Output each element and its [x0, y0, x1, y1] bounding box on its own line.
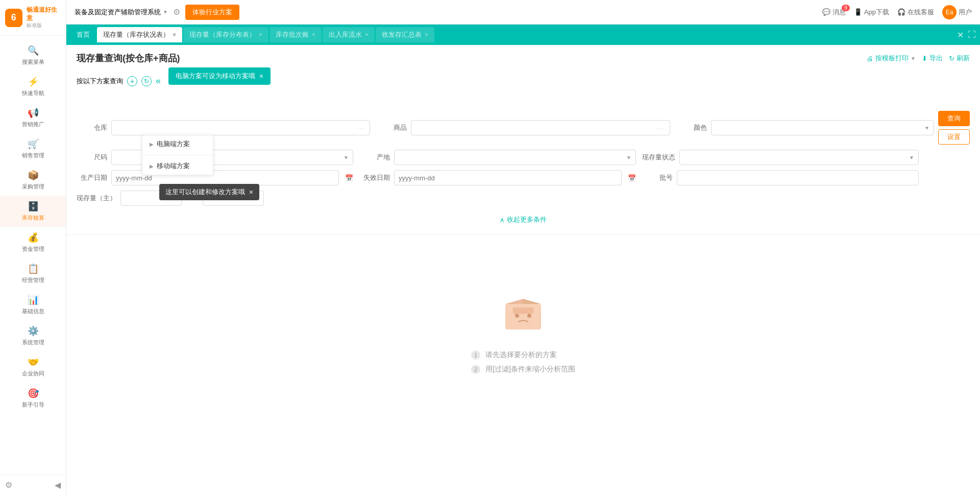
- tab-close-icon[interactable]: ×: [365, 31, 369, 38]
- header-settings-btn[interactable]: ⚙: [173, 7, 180, 17]
- filter-refresh-btn[interactable]: ↻: [141, 76, 152, 86]
- tab-close-icon[interactable]: ×: [173, 31, 176, 38]
- sidebar-item-basic[interactable]: 📊 基础信息: [0, 289, 66, 320]
- refresh-btn[interactable]: ↻ 刷新: [949, 54, 970, 63]
- marketing-icon: 📢: [28, 107, 39, 119]
- sidebar-nav: 🔍 搜索菜单 ⚡ 快速导航 📢 营销推广 🛒 销售管理 📦 采购管理 🗄️: [0, 36, 66, 475]
- batch-label: 批号: [642, 173, 673, 182]
- mobile-scheme-item[interactable]: ▶ 移动端方案: [142, 157, 213, 175]
- close-all-tabs-btn[interactable]: ✕: [957, 30, 964, 40]
- sidebar-item-system[interactable]: ⚙️ 系统管理: [0, 320, 66, 351]
- sidebar-item-sales[interactable]: 🛒 销售管理: [0, 133, 66, 164]
- tooltip1-close-btn[interactable]: ×: [259, 72, 263, 80]
- service-btn[interactable]: 🎧 在线客服: [897, 8, 934, 17]
- filter-add-btn[interactable]: +: [127, 76, 137, 86]
- sidebar-item-purchase[interactable]: 📦 采购管理: [0, 164, 66, 196]
- origin-dropdown-icon: ▼: [626, 155, 631, 160]
- sidebar-item-marketing[interactable]: 📢 营销推广: [0, 102, 66, 133]
- tooltip2-close-btn[interactable]: ×: [249, 188, 253, 196]
- filter-header: 按以下方案查询 + ↻ « ▶ 电脑端方案 ▶: [77, 76, 970, 86]
- collapse-sidebar-btn[interactable]: ◀: [55, 480, 61, 490]
- pc-scheme-label: 电脑端方案: [157, 139, 190, 149]
- tab-bar: 首页 现存量（库存状况表） × 现存量（库存分布表） × 库存批次账 × 出入库…: [66, 25, 980, 45]
- tab-close-icon[interactable]: ×: [259, 31, 262, 38]
- message-icon: 💬: [822, 8, 830, 16]
- operations-icon: 📋: [28, 263, 39, 274]
- tab-inventory-status[interactable]: 现存量（库存状况表） ×: [97, 27, 182, 42]
- scheme-panel: ▶ 电脑端方案 ▶ 移动端方案: [142, 135, 213, 175]
- print-btn[interactable]: 🖨 按模板打印 ▼: [867, 54, 916, 63]
- empty-tip-1: 1 请先选择要分析的方案: [471, 347, 575, 362]
- size-dropdown-icon: ▼: [344, 155, 349, 160]
- filter-back-btn[interactable]: «: [156, 76, 161, 86]
- collapse-more-btn[interactable]: ∧ 收起更多条件: [77, 211, 970, 228]
- goods-select[interactable]: ···: [411, 120, 670, 135]
- purchase-icon: 📦: [28, 170, 39, 181]
- refresh-label: 刷新: [957, 54, 970, 63]
- quick-nav-icon: ⚡: [28, 76, 39, 87]
- user-label: 用户: [959, 8, 972, 17]
- tab-in-out-flow[interactable]: 出入库流水 ×: [323, 27, 375, 42]
- export-btn[interactable]: ⬇ 导出: [922, 54, 943, 63]
- header-left: 装备及固定资产辅助管理系统 ▼ ⚙ 体验行业方案: [75, 5, 239, 20]
- calendar-icon-expire[interactable]: 📅: [628, 174, 636, 182]
- tooltip1-text: 电脑方案可设为移动方案哦: [176, 72, 255, 81]
- tab-close-icon[interactable]: ×: [425, 31, 428, 38]
- color-dropdown-icon: ▼: [924, 125, 929, 131]
- system-title-dropdown[interactable]: 装备及固定资产辅助管理系统 ▼: [75, 8, 168, 17]
- search-btn[interactable]: 查询: [938, 111, 970, 126]
- tab-close-icon[interactable]: ×: [312, 31, 315, 38]
- filter-item-warehouse: 仓库 ···: [77, 120, 370, 135]
- app-download-btn[interactable]: 📱 App下载: [854, 8, 889, 17]
- tab-batch-account[interactable]: 库存批次账 ×: [270, 27, 322, 42]
- mobile-scheme-arrow: ▶: [150, 163, 154, 169]
- set-btn[interactable]: 设置: [938, 129, 970, 145]
- app-logo: 6 畅通道好生意 标准版: [0, 0, 66, 36]
- dropdown-arrow-icon: ▼: [163, 9, 168, 15]
- export-label: 导出: [929, 54, 943, 63]
- tab-inventory-dist[interactable]: 现存量（库存分布表） ×: [183, 27, 268, 42]
- prod-date-label: 生产日期: [77, 173, 107, 182]
- goods-more-dots[interactable]: ···: [657, 124, 666, 132]
- filter-item-prod-date: 生产日期 📅: [77, 170, 353, 185]
- tab-label: 现存量（库存分布表）: [189, 30, 256, 39]
- sidebar-item-quick-nav[interactable]: ⚡ 快速导航: [0, 71, 66, 102]
- mobile-scheme-label: 移动端方案: [157, 161, 190, 171]
- tab-bar-right: ✕ ⛶: [957, 30, 976, 40]
- expand-btn[interactable]: ⛶: [968, 30, 976, 39]
- sidebar-item-inventory[interactable]: 🗄️ 库存核算: [0, 196, 66, 227]
- sidebar-item-finance[interactable]: 💰 资金管理: [0, 227, 66, 258]
- tab-recv-summary[interactable]: 收发存汇总表 ×: [376, 27, 434, 42]
- pc-scheme-item[interactable]: ▶ 电脑端方案: [142, 135, 213, 153]
- message-btn[interactable]: 💬 消息 9: [822, 8, 846, 17]
- enterprise-icon: 🤝: [28, 357, 39, 368]
- settings-footer-btn[interactable]: ⚙: [5, 480, 12, 490]
- experience-btn[interactable]: 体验行业方案: [185, 5, 239, 20]
- warehouse-more-dots[interactable]: ···: [357, 124, 365, 132]
- basic-icon: 📊: [28, 294, 39, 305]
- print-icon: 🖨: [867, 55, 873, 62]
- page-header: 现存量查询(按仓库+商品) 🖨 按模板打印 ▼ ⬇ 导出 ↻: [66, 45, 980, 69]
- pc-scheme-arrow: ▶: [150, 142, 154, 147]
- batch-input[interactable]: [677, 170, 919, 185]
- sidebar-item-enterprise[interactable]: 🤝 企业协同: [0, 351, 66, 383]
- expire-date-input[interactable]: [394, 170, 622, 185]
- print-dropdown-icon: ▼: [911, 56, 916, 61]
- sidebar-item-label: 企业协同: [22, 370, 44, 378]
- warehouse-select[interactable]: ···: [111, 120, 370, 135]
- user-btn[interactable]: Ea 用户: [942, 5, 972, 19]
- origin-select[interactable]: ▼: [394, 150, 636, 165]
- sidebar-item-operations[interactable]: 📋 经营管理: [0, 258, 66, 289]
- sidebar-item-search[interactable]: 🔍 搜索菜单: [0, 40, 66, 71]
- tab-label: 库存批次账: [276, 30, 309, 39]
- sidebar-item-label: 采购管理: [22, 183, 44, 191]
- stock-status-select[interactable]: ▼: [679, 150, 919, 165]
- calendar-icon-prod[interactable]: 📅: [345, 174, 353, 182]
- tab-home[interactable]: 首页: [70, 27, 96, 42]
- color-select[interactable]: ▼: [711, 120, 934, 135]
- sidebar-item-guide[interactable]: 🎯 新手引导: [0, 383, 66, 414]
- expire-date-label: 失效日期: [359, 173, 390, 182]
- goods-label: 商品: [376, 123, 407, 132]
- service-icon: 🎧: [897, 8, 905, 16]
- color-label: 颜色: [676, 123, 707, 132]
